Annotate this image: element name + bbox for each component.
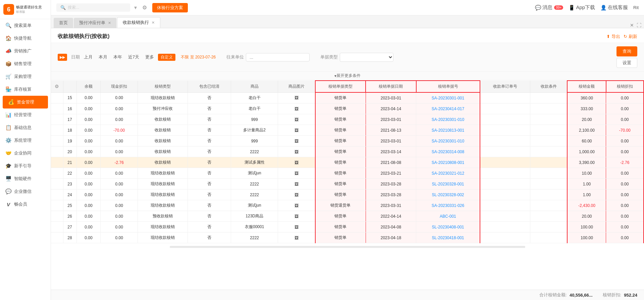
industry-solution-button[interactable]: 休验行业方案 — [152, 3, 188, 12]
close-all-tabs-icon[interactable]: ✕ — [630, 23, 634, 28]
more-btn[interactable]: 更多 — [143, 53, 156, 61]
column-settings-icon[interactable]: ⚙ — [55, 84, 59, 89]
cell-collection-condition — [530, 92, 567, 103]
cell-cancel-discount: 0.00 — [606, 189, 644, 200]
last7-btn[interactable]: 近7天 — [126, 53, 141, 61]
user-name[interactable]: Rit — [633, 5, 639, 10]
cell-include-settled: 否 — [187, 125, 231, 136]
tab-home[interactable]: 首页 — [54, 18, 73, 28]
cell-cash-discount: 0.00 — [101, 136, 138, 146]
cell-bill-no[interactable]: SA-20230301-010 — [416, 136, 480, 146]
cell-bill-type: 销货单 — [315, 114, 366, 125]
message-icon-area[interactable]: 💬 消息 99+ — [535, 4, 563, 11]
sidebar-item-purchase[interactable]: 🛒 采购管理 — [0, 70, 51, 83]
sidebar-item-operation[interactable]: 📊 经营管理 — [0, 109, 51, 121]
cell-seq: 28 — [63, 232, 76, 243]
cell-bill-type: 销货退货单 — [315, 200, 366, 211]
filter-toggle-btn[interactable]: ▶▶ — [58, 54, 67, 61]
last-month-btn[interactable]: 上月 — [82, 53, 95, 61]
cell-cash-discount: 0.00 — [101, 211, 138, 222]
date-note: 不限 至 2023-07-26 — [181, 54, 216, 60]
cell-bill-no[interactable]: SA-20230331-026 — [416, 200, 480, 211]
sidebar-item-search[interactable]: 🔍 搜索菜单 — [0, 19, 51, 32]
sidebar-item-shortcut[interactable]: 🏠 快捷导航 — [0, 32, 51, 45]
cell-balance: 0.00 — [76, 92, 101, 103]
cell-goods-img: 🖼 — [278, 103, 315, 114]
cell-bill-no[interactable]: SA-20230414-017 — [416, 103, 480, 114]
app-download-area[interactable]: 📱 App下载 — [569, 4, 595, 11]
setting-button[interactable]: 设置 — [616, 58, 637, 68]
cell-bill-date: 2023-03-01 — [366, 114, 416, 125]
cell-seq: 25 — [63, 200, 76, 211]
cell-collection-condition — [530, 146, 567, 157]
sidebar-item-system[interactable]: ⚙️ 系统管理 — [0, 134, 51, 147]
cell-bill-no[interactable]: ABC-001 — [416, 211, 480, 222]
cell-seq: 23 — [63, 179, 76, 189]
basic-icon: 📋 — [5, 125, 11, 131]
cell-bill-no[interactable]: SA-20230301-010 — [416, 114, 480, 125]
query-button[interactable]: 查询 — [616, 46, 637, 56]
expand-more-btn[interactable]: ▾ 展开更多条件 — [51, 72, 644, 80]
custom-btn[interactable]: 自定义 — [158, 54, 175, 61]
doc-type-select[interactable] — [340, 53, 393, 62]
tab-prepay-close[interactable]: ✕ — [108, 21, 111, 25]
cell-goods-img: 🖼 — [278, 146, 315, 157]
sidebar-item-guide[interactable]: 🎓 新手引导 — [0, 160, 51, 172]
sidebar-item-enterprise[interactable]: 🤝 企业协同 — [0, 147, 51, 160]
cell-bill-no[interactable]: SA-20230301-001 — [416, 92, 480, 103]
col-settings-header[interactable]: ⚙ — [51, 81, 63, 92]
cell-bill-no[interactable]: SA-20230321-012 — [416, 168, 480, 179]
cell-bill-type: 销货单 — [315, 157, 366, 168]
tab-prepay[interactable]: 预付冲应付单 ✕ — [74, 18, 116, 28]
online-service-area[interactable]: 👤 在线客服 — [600, 4, 628, 11]
cell-collection-condition — [530, 114, 567, 125]
export-icon: ⬆ — [606, 34, 610, 39]
cell-bill-no[interactable]: SL-20230418-001 — [416, 232, 480, 243]
this-month-btn[interactable]: 本月 — [97, 53, 109, 61]
cell-bill-no[interactable]: SA-20210808-001 — [416, 157, 480, 168]
topbar-search-box[interactable]: 🔍 搜索... — [56, 3, 130, 12]
cell-cash-discount: 0.00 — [101, 200, 138, 211]
cell-collection-condition — [530, 136, 567, 146]
from-unit-input[interactable] — [246, 53, 310, 61]
cell-balance: 0.00 — [76, 222, 101, 232]
cell-bill-no[interactable]: SA-20230314-008 — [416, 146, 480, 157]
cell-cash-discount: -70.00 — [101, 125, 138, 136]
member-icon: V — [5, 201, 11, 207]
col-collection-order-header: 收款单订单号 — [480, 81, 530, 92]
sidebar-item-hardware[interactable]: 🖥️ 智能硬件 — [0, 172, 51, 185]
sidebar-item-basic[interactable]: 📋 基础信息 — [0, 121, 51, 134]
horizontal-scrollbar[interactable] — [170, 246, 526, 248]
topbar-dropdown-arrow[interactable]: ▾ — [134, 4, 137, 11]
sidebar-item-inventory[interactable]: 🏪 库存核算 — [0, 83, 51, 96]
cell-bill-no[interactable]: SL-20230408-001 — [416, 222, 480, 232]
table-row: 180.00-70.00收款核销否多计量商品2🖼销货单2021-08-13SA-… — [51, 125, 644, 136]
page-actions: ⬆ 导出 ↻ 刷新 — [606, 34, 637, 40]
settings-icon[interactable]: ⚙ — [141, 4, 148, 11]
cell-bill-date: 2023-03-14 — [366, 146, 416, 157]
cell-bill-date: 2023-03-01 — [366, 136, 416, 146]
sidebar-item-marketing[interactable]: 📣 营销推广 — [0, 45, 51, 57]
export-button[interactable]: ⬆ 导出 — [606, 34, 620, 40]
maximize-icon[interactable]: ⛶ — [637, 23, 641, 28]
cell-bill-type: 销货单 — [315, 222, 366, 232]
cell-bill-no[interactable]: SL-20230328-001 — [416, 179, 480, 189]
cell-select — [51, 200, 63, 211]
refresh-button[interactable]: ↻ 刷新 — [624, 34, 637, 40]
cell-cancel-discount: 0.00 — [606, 200, 644, 211]
sidebar-item-member[interactable]: V 畅会员 — [0, 198, 51, 211]
sidebar-item-sales[interactable]: 📦 销售管理 — [0, 57, 51, 70]
tab-collection[interactable]: 收款核销执行 ✕ — [117, 17, 160, 28]
this-year-btn[interactable]: 本年 — [111, 53, 124, 61]
sidebar-item-wechat[interactable]: 💬 企业微信 — [0, 185, 51, 198]
cell-balance: 0.00 — [76, 189, 101, 200]
cell-collection-order — [480, 114, 530, 125]
cell-goods: 衣服00001 — [231, 222, 278, 232]
tab-collection-close[interactable]: ✕ — [152, 20, 155, 25]
sidebar-item-capital[interactable]: 💰 资金管理 — [3, 96, 48, 109]
cell-cancel-amount: 10.00 — [567, 168, 606, 179]
cell-bill-date: 2023-03-31 — [366, 200, 416, 211]
cell-bill-no[interactable]: SL-20230328-002 — [416, 189, 480, 200]
cell-bill-no[interactable]: SA-20210813-001 — [416, 125, 480, 136]
data-table-wrapper[interactable]: ⚙ 余额 现金折扣 核销类型 包含已结清 商品 商品图片 核销单据类型 核销单据… — [51, 80, 644, 290]
